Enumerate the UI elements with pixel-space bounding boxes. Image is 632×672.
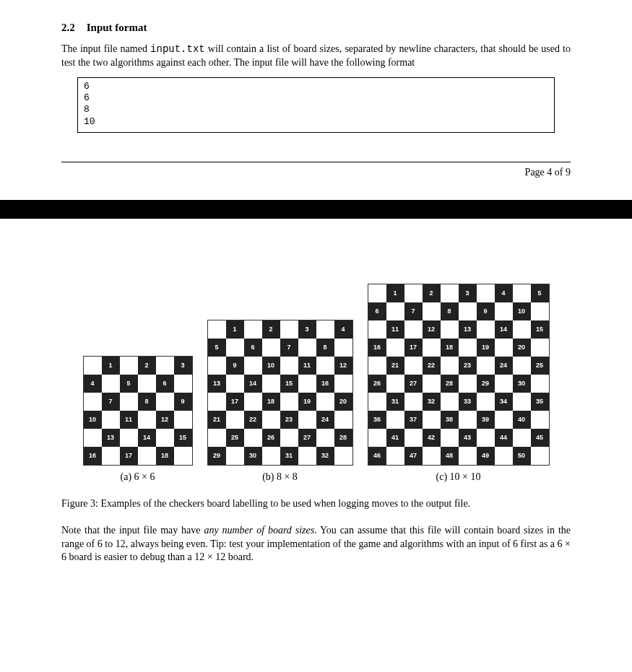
board-cell <box>368 284 386 302</box>
board-cell <box>244 320 262 339</box>
board-cell: 22 <box>423 357 441 375</box>
board-cell: 1 <box>102 357 120 375</box>
board-cell: 5 <box>531 284 549 302</box>
board-cell <box>495 411 513 429</box>
board-cell <box>102 375 120 393</box>
board-cell <box>531 339 549 357</box>
board-cell <box>531 447 549 465</box>
board-cell: 46 <box>368 447 386 465</box>
note-paragraph: Note that the input file may have any nu… <box>61 524 571 565</box>
board-cell <box>316 429 334 447</box>
board-cell <box>368 429 386 447</box>
board-cell: 11 <box>120 411 138 429</box>
board-cell: 6 <box>156 375 174 393</box>
board-cell: 37 <box>404 411 423 429</box>
board-cell: 19 <box>298 393 316 411</box>
board-cell <box>368 320 386 339</box>
board-cell <box>280 393 298 411</box>
board-cell <box>208 393 226 411</box>
board-cell <box>441 429 459 447</box>
board-cell <box>226 339 244 357</box>
board-cell: 10 <box>262 357 280 375</box>
checker-board-10x10: 1234567891011121314151617181920212223242… <box>368 284 550 466</box>
board-cell <box>423 447 441 465</box>
board-cell: 8 <box>138 393 156 411</box>
page-gap-bar <box>0 200 632 219</box>
board-cell: 3 <box>174 357 192 375</box>
board-cell <box>244 357 262 375</box>
board-cell <box>334 411 352 429</box>
board-cell: 18 <box>156 447 174 465</box>
board-cell: 11 <box>298 357 316 375</box>
board-cell: 35 <box>531 393 549 411</box>
board-cell <box>174 411 192 429</box>
filename-code: input.txt <box>150 43 205 55</box>
board-cell <box>459 447 477 465</box>
board-cell: 17 <box>404 339 423 357</box>
board-cell: 2 <box>262 320 280 339</box>
board-cell <box>423 411 441 429</box>
board-cell: 14 <box>495 320 513 339</box>
board-cell: 34 <box>495 393 513 411</box>
board-cell <box>316 393 334 411</box>
board-cell <box>386 302 404 320</box>
board-cell <box>386 447 404 465</box>
board-cell: 9 <box>477 302 495 320</box>
board-cell <box>441 284 459 302</box>
board-caption: (a) 6 × 6 <box>83 471 193 483</box>
board-cell <box>495 302 513 320</box>
board-cell: 25 <box>226 429 244 447</box>
board-cell: 15 <box>531 320 549 339</box>
board-cell: 8 <box>316 339 334 357</box>
board-cell: 2 <box>423 284 441 302</box>
board-cell <box>262 411 280 429</box>
board-cell <box>156 357 174 375</box>
board-cell: 13 <box>459 320 477 339</box>
board-cell: 33 <box>459 393 477 411</box>
board-cell <box>280 320 298 339</box>
board-cell: 2 <box>138 357 156 375</box>
board-cell: 18 <box>441 339 459 357</box>
board-cell <box>495 447 513 465</box>
board-cell <box>386 339 404 357</box>
board-cell: 36 <box>368 411 386 429</box>
board-cell <box>513 429 531 447</box>
board-cell <box>531 375 549 393</box>
board-cell <box>280 357 298 375</box>
board-cell: 12 <box>156 411 174 429</box>
board-cell: 16 <box>316 375 334 393</box>
board-cell <box>441 393 459 411</box>
board-cell <box>84 393 102 411</box>
board-cell <box>120 393 138 411</box>
board-cell: 5 <box>120 375 138 393</box>
board-cell <box>459 302 477 320</box>
board-cell <box>226 447 244 465</box>
board-cell <box>298 339 316 357</box>
board-cell: 32 <box>423 393 441 411</box>
board-cell: 40 <box>513 411 531 429</box>
board-cell <box>459 375 477 393</box>
board-cell <box>423 375 441 393</box>
board-cell <box>423 302 441 320</box>
board-cell <box>138 447 156 465</box>
board-cell <box>386 375 404 393</box>
board-cell <box>156 393 174 411</box>
note-italic: any number of board sizes <box>204 525 314 536</box>
board-cell: 25 <box>531 357 549 375</box>
board-cell <box>244 429 262 447</box>
board-cell <box>334 375 352 393</box>
board-cell <box>84 429 102 447</box>
board-cell: 29 <box>208 447 226 465</box>
board-cell <box>368 357 386 375</box>
board-cell: 45 <box>531 429 549 447</box>
board-cell <box>531 302 549 320</box>
board-cell: 14 <box>138 429 156 447</box>
board-block-6: 123456789101112131415161718(a) 6 × 6 <box>83 356 193 483</box>
board-cell: 5 <box>208 339 226 357</box>
board-cell <box>138 375 156 393</box>
section-number: 2.2 <box>61 22 75 33</box>
board-cell <box>459 411 477 429</box>
board-cell: 27 <box>298 429 316 447</box>
board-cell: 6 <box>368 302 386 320</box>
board-cell: 31 <box>280 447 298 465</box>
